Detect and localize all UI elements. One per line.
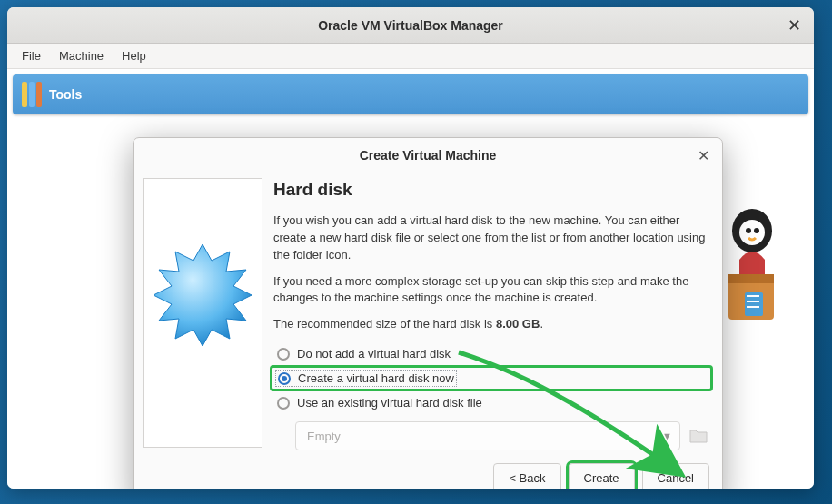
cancel-button[interactable]: Cancel [642,463,709,489]
radio-use-existing[interactable]: Use an existing virtual hard disk file [273,391,709,414]
menubar: File Machine Help [7,44,814,69]
hard-disk-radio-group: Do not add a virtual hard disk Create a … [273,342,709,414]
radio-no-hard-disk[interactable]: Do not add a virtual hard disk [273,342,709,365]
create-vm-dialog: Create Virtual Machine ✕ [133,137,723,489]
wizard-paragraph-3: The recommended size of the hard disk is… [273,316,709,333]
radio-create-now[interactable]: Create a virtual hard disk now [270,365,713,391]
radio-label: Use an existing virtual hard disk file [297,396,482,410]
combo-value: Empty [307,430,341,443]
titlebar: Oracle VM VirtualBox Manager ✕ [7,7,814,44]
menu-help[interactable]: Help [114,45,154,66]
create-button[interactable]: Create [569,463,635,489]
content-area: Tools Create Virtual Machine [7,69,814,489]
dialog-buttons: < Back Create Cancel [134,450,722,489]
window-close-icon[interactable]: ✕ [785,16,803,35]
radio-icon [277,397,290,410]
menu-file[interactable]: File [15,45,48,66]
existing-disk-combo: Empty ▼ [295,421,680,450]
dialog-close-icon[interactable]: ✕ [693,145,713,165]
chevron-down-icon: ▼ [662,430,672,441]
wizard-paragraph-1: If you wish you can add a virtual hard d… [273,212,709,264]
wizard-paragraph-2: If you need a more complex storage set-u… [273,273,709,308]
main-window: Oracle VM VirtualBox Manager ✕ File Mach… [7,7,814,489]
browse-folder-button [688,425,709,447]
wizard-illustration [143,178,262,448]
window-title: Oracle VM VirtualBox Manager [318,18,503,33]
radio-icon [278,372,291,385]
dialog-titlebar: Create Virtual Machine ✕ [134,138,722,173]
wizard-heading: Hard disk [273,180,709,200]
wizard-content: Hard disk If you wish you can add a virt… [273,178,709,450]
radio-label: Create a virtual hard disk now [298,371,454,385]
dialog-title: Create Virtual Machine [360,148,497,163]
menu-machine[interactable]: Machine [52,45,111,66]
radio-label: Do not add a virtual hard disk [297,347,451,361]
dialog-backdrop: Create Virtual Machine ✕ [7,69,814,489]
radio-icon [277,348,290,361]
back-button[interactable]: < Back [493,463,560,489]
